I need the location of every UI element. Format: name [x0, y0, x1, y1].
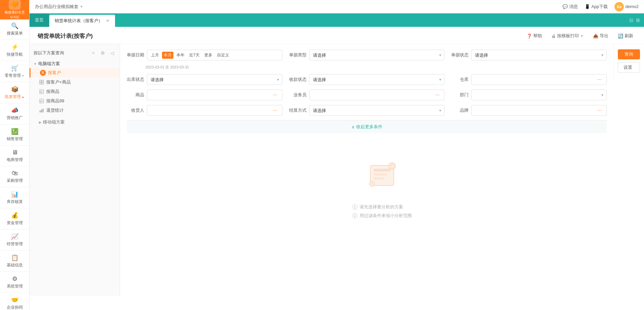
message-btn[interactable]: 💬 消息	[562, 4, 578, 10]
payment-status-label: 收款状态	[289, 76, 307, 83]
sidebar-item-label: 采购管理	[7, 178, 23, 184]
sidebar-item-quick-nav[interactable]: ⚡ 快捷导航	[0, 40, 30, 61]
chevron-down-icon: ▼	[21, 74, 24, 78]
app-download-btn[interactable]: 📱 App下载	[585, 4, 608, 10]
sidebar-item-finance[interactable]: 💰 资金管理	[0, 208, 30, 229]
query-btn[interactable]: 查询	[618, 49, 640, 59]
settings-scheme-btn[interactable]: ⚙	[99, 49, 106, 57]
tree-item-by-customer-goods[interactable]: 按客户+商品	[30, 78, 120, 87]
export-btn[interactable]: 📤 导出	[590, 32, 611, 40]
out-status-label: 出库状态	[127, 76, 144, 83]
more-icon: ···	[271, 92, 278, 98]
expand-arrow-icon: ▼	[34, 62, 37, 66]
customer-icon: 客	[40, 70, 46, 76]
dept-label: 部门	[451, 92, 469, 98]
date-more-btn[interactable]: 更多	[203, 52, 214, 59]
maximize-icon[interactable]: ⊞	[636, 17, 640, 23]
print-btn[interactable]: 🖨 按模板打印 ▼	[549, 32, 586, 40]
settlement-field: 结算方式 请选择 ▼	[289, 105, 445, 116]
app-logo[interactable]: 🧡 畅捷通好生意 标准版	[0, 0, 30, 19]
tree-item-by-goods-99[interactable]: 按商品99	[30, 96, 120, 106]
dept-select[interactable]	[471, 90, 607, 100]
help-icon: ❓	[527, 34, 532, 39]
sidebar-item-label: 搜索菜单	[7, 31, 23, 36]
date-custom-btn[interactable]: 自定义	[215, 52, 231, 59]
warehouse-input[interactable]: ···	[471, 74, 607, 85]
chevron-up-icon: ▲	[21, 95, 24, 99]
group-name-mobile: 移动端方案	[43, 119, 65, 125]
user-name: demo2	[625, 4, 639, 9]
date-this-year-btn[interactable]: 本年	[175, 52, 186, 59]
sidebar-item-basic[interactable]: 📋 基础信息	[0, 251, 30, 272]
sidebar-item-purchase[interactable]: 🛍 采购管理	[0, 166, 30, 187]
topbar: 办公用品行业模拟账套 ▼ 💬 消息 📱 App下载 Ea demo2	[30, 0, 644, 13]
date-prev-month-btn[interactable]: 上月	[149, 52, 161, 59]
date-label: 单据日期	[127, 52, 144, 58]
ecommerce-icon: 🖥	[12, 149, 18, 156]
close-icon[interactable]: ✕	[106, 18, 109, 23]
sidebar-item-system[interactable]: ⚙ 系统管理	[0, 272, 30, 293]
sidebar-item-label: 资金管理	[7, 220, 23, 226]
payment-status-select[interactable]: 请选择	[309, 74, 445, 85]
account-selector[interactable]: 办公用品行业模拟账套 ▼	[35, 4, 83, 10]
tree-group-header-desktop[interactable]: ▼ 电脑端方案	[30, 59, 120, 68]
sidebar-item-marketing[interactable]: 📣 营销推广	[0, 103, 30, 124]
date-range-display: 2023-03-01 至 2023-03-31	[146, 65, 189, 70]
collapse-filters-btn[interactable]: ∧ 收起更多条件	[127, 120, 607, 133]
page-title: 销货单统计表(按客户)	[38, 32, 93, 40]
date-filter[interactable]: 上月 本月 本年 近7天 更多 自定义	[147, 50, 282, 60]
tip-text-1: 请先选择要分析的方案	[360, 204, 403, 210]
sidebar-item-ecommerce[interactable]: 🖥 电商管理	[0, 146, 30, 166]
minimize-icon[interactable]: ⊟	[629, 17, 633, 23]
tree-group-mobile: ▶ 移动端方案	[30, 118, 120, 129]
sidebar-item-label: 电商管理	[7, 157, 23, 163]
sidebar-item-sales[interactable]: 💹 销售管理	[0, 124, 30, 146]
sidebar-item-wholesale[interactable]: 📦 批发管理 ▲	[0, 82, 30, 103]
out-status-select[interactable]: 请选择	[147, 74, 282, 85]
tree-item-by-customer[interactable]: 客 按客户	[30, 68, 120, 78]
tree-item-by-goods[interactable]: 按商品	[30, 87, 120, 96]
sidebar-item-label: 系统管理	[7, 283, 23, 289]
goods-field: 商品 ···	[127, 89, 282, 101]
settlement-select[interactable]: 请选择	[309, 105, 445, 116]
add-scheme-btn[interactable]: ＋	[90, 49, 97, 57]
collapse-panel-btn[interactable]: ◁	[108, 49, 116, 57]
sidebar-item-operations[interactable]: 📈 经营管理	[0, 229, 30, 251]
tabbar: 首页 销货单统计表（按客户） ✕ ⊟ ⊞	[30, 13, 644, 27]
date-7days-btn[interactable]: 近7天	[187, 52, 201, 59]
sidebar-item-collab[interactable]: 🤝 企业协同	[0, 293, 30, 310]
settings-btn[interactable]: 设置	[618, 62, 640, 73]
main-area: 办公用品行业模拟账套 ▼ 💬 消息 📱 App下载 Ea demo2 首页 销货…	[30, 0, 644, 310]
collab-icon: 🤝	[11, 296, 18, 304]
export-icon: 📤	[593, 34, 598, 39]
tree-item-label: 按客户	[48, 70, 61, 76]
brand-label: 品牌	[451, 107, 469, 113]
date-this-month-btn[interactable]: 本月	[162, 52, 173, 59]
settings-icon: ⚙	[101, 50, 105, 56]
tree-group-header-mobile[interactable]: ▶ 移动端方案	[30, 118, 120, 126]
user-menu[interactable]: Ea demo2	[614, 2, 639, 11]
salesperson-input[interactable]: ···	[309, 90, 445, 100]
sidebar-item-retail[interactable]: 🛒 零售管理 ▼	[0, 61, 30, 82]
tab-sales-stat[interactable]: 销货单统计表（按客户） ✕	[49, 15, 115, 27]
refresh-btn[interactable]: 🔄 刷新	[615, 32, 636, 40]
doc-type-select[interactable]: 请选择	[309, 50, 445, 60]
sidebar-item-label: 企业协同	[7, 305, 23, 310]
download-icon: 📱	[585, 4, 590, 9]
sidebar-item-label: 营销推广	[7, 115, 23, 121]
svg-rect-3	[42, 83, 44, 84]
doc-status-select[interactable]: 请选择	[471, 50, 607, 60]
topbar-left: 办公用品行业模拟账套 ▼	[35, 4, 83, 10]
tree-item-return-stats[interactable]: 退货统计	[30, 106, 120, 115]
tab-home[interactable]: 首页	[30, 13, 49, 27]
recipient-field: 收货人 ···	[127, 105, 282, 116]
operations-icon: 📈	[11, 233, 18, 240]
brand-input[interactable]: ···	[471, 105, 607, 116]
doc-type-label: 单据类型	[289, 52, 307, 58]
help-btn[interactable]: ❓ 帮助	[524, 32, 545, 40]
expand-arrow-icon: ▶	[39, 120, 42, 124]
sidebar-item-inventory[interactable]: 📊 库存核算	[0, 187, 30, 208]
sidebar-item-search[interactable]: 🔍 搜索菜单	[0, 19, 30, 40]
goods-input[interactable]: ···	[147, 90, 282, 100]
recipient-input[interactable]: ···	[147, 105, 282, 116]
